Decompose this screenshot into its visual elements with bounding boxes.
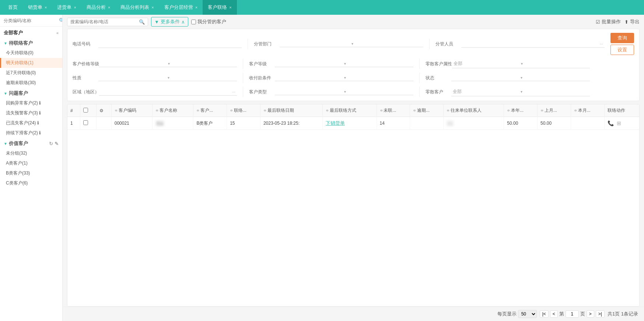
table-header-row: # ⚙ 客户编码 客户名称 客户... 联络... 最后联络日期 最后联络方式 …	[67, 104, 639, 117]
cell-overdue	[410, 117, 444, 130]
nav-sales-close-icon[interactable]: ×	[45, 5, 47, 10]
filter-payment: 收付款条件 ▾	[249, 75, 413, 81]
customer-table: # ⚙ 客户编码 客户名称 客户... 联络... 最后联络日期 最后联络方式 …	[67, 104, 639, 130]
sidebar-item-class-c[interactable]: C类客户(6)	[0, 178, 62, 188]
nav-purchase[interactable]: 进货单 ×	[52, 0, 81, 15]
sidebar-item-declining[interactable]: 持续下滑客户(2) ℹ	[0, 128, 62, 138]
row-checkbox[interactable]	[83, 120, 88, 125]
filter-actions: 查询 设置	[610, 33, 634, 55]
col-contacts-header[interactable]: 往来单位联系人	[444, 104, 504, 117]
contact-method-link[interactable]: 下销货单	[326, 120, 345, 126]
content-area: 🔍 ▼ 更多条件 ∧ 我分管的客户 ☑ 批量操作 ⬆ 导出	[63, 15, 644, 321]
page-size-select[interactable]: 50 100 200	[518, 310, 537, 318]
cell-last-contact-method[interactable]: 下销货单	[322, 117, 377, 130]
nav-analysis-list[interactable]: 商品分析列表 ×	[115, 0, 159, 15]
filter-customer-level-select[interactable]: ▾	[275, 61, 413, 67]
select-all-checkbox[interactable]	[83, 108, 88, 113]
batch-ops-btn[interactable]: ☑ 批量操作	[596, 18, 621, 25]
prev-page-btn[interactable]: <	[550, 310, 558, 318]
sidebar-item-churn-warning[interactable]: 流失预警客户(3) ℹ	[0, 108, 62, 118]
col-contact-header[interactable]: 联络...	[227, 104, 260, 117]
filter-customer-type-select[interactable]: ▾	[275, 89, 413, 95]
nav-analysis-close-icon[interactable]: ×	[108, 5, 110, 10]
col-last-contact-date-header[interactable]: 最后联络日期	[260, 104, 322, 117]
next-page-btn[interactable]: >	[587, 310, 594, 318]
cell-name: Ea	[153, 117, 193, 130]
search-box: 🔍	[67, 18, 148, 26]
sidebar-search-icon[interactable]: 🔍	[59, 18, 63, 23]
export-btn[interactable]: ⬆ 导出	[624, 18, 640, 25]
nav-customer-tier-close-icon[interactable]: ×	[195, 5, 197, 10]
checkbox-icon: ☑	[596, 19, 600, 25]
filter-region-input[interactable]: ···	[99, 89, 237, 96]
col-no-contact-header[interactable]: 未联...	[377, 104, 410, 117]
refresh-icon[interactable]: ↻	[49, 141, 53, 146]
filter-payment-arrow-icon: ▾	[344, 76, 412, 80]
first-page-btn[interactable]: |<	[540, 310, 549, 318]
cell-this-month	[571, 117, 604, 130]
filter-customer-type: 客户类型 ▾	[249, 89, 413, 95]
edit-icon[interactable]: ✎	[55, 141, 59, 146]
total-records: 共1页 1条记录	[608, 311, 638, 317]
my-customers-checkbox-label[interactable]: 我分管的客户	[191, 18, 226, 25]
filter-customer-type-arrow-icon: ▾	[344, 90, 412, 94]
filter-phone-input[interactable]	[98, 40, 242, 48]
col-name-header[interactable]: 客户名称	[153, 104, 193, 117]
contacts-blurred: ···	[447, 121, 454, 126]
page-number-input[interactable]	[566, 310, 579, 318]
col-gear-header[interactable]: ⚙	[96, 104, 111, 117]
filter-person-input[interactable]: ···	[461, 41, 605, 48]
cell-checkbox[interactable]	[80, 117, 96, 130]
filter-panel: 电话号码 分管部门 ▾ 分管人员 ···	[67, 29, 640, 101]
col-last-month-header[interactable]: 上月...	[538, 104, 571, 117]
sidebar-item-churned[interactable]: 已流失客户(24) ℹ	[0, 118, 62, 128]
filter-region-ellipsis-icon: ···	[232, 90, 235, 94]
search-input[interactable]	[70, 19, 139, 24]
last-page-btn[interactable]: >|	[596, 310, 605, 318]
filter-region: 区域（地区） ···	[73, 89, 237, 96]
nav-sales[interactable]: 销货单 ×	[23, 0, 52, 15]
col-overdue-header[interactable]: 逾期...	[410, 104, 444, 117]
nav-customer-contact[interactable]: 客户联络 ×	[203, 0, 237, 15]
sidebar-item-abnormal[interactable]: 回购异常客户(2) ℹ	[0, 98, 62, 108]
col-last-contact-method-header[interactable]: 最后联络方式	[322, 104, 377, 117]
phone-action-icon[interactable]: 📞	[608, 120, 614, 126]
more-filters-btn[interactable]: ▼ 更多条件 ∧	[151, 17, 188, 27]
sidebar-item-ungrouped[interactable]: 未分组(32)	[0, 148, 62, 158]
sidebar-item-7days[interactable]: 近7天待联络(0)	[0, 68, 62, 78]
set-button[interactable]: 设置	[610, 45, 634, 55]
sidebar-item-overdue[interactable]: 逾期未联络(30)	[0, 78, 62, 88]
my-customers-checkbox[interactable]	[191, 20, 196, 24]
sidebar-item-today[interactable]: 今天待联络(0)	[0, 48, 62, 58]
sidebar-item-tomorrow[interactable]: 明天待联络(1)	[0, 58, 62, 68]
nav-customer-tier[interactable]: 客户分层经营 ×	[159, 0, 203, 15]
filter-chevron-icon: ∧	[181, 19, 185, 25]
filter-dept-select[interactable]: ▾	[280, 41, 423, 47]
filter-retail-select[interactable]: 全部 ▾	[451, 87, 590, 96]
collapse-icon[interactable]: «	[56, 31, 59, 35]
filter-price-level-select[interactable]: ▾	[99, 61, 237, 67]
col-this-month-header[interactable]: 本月...	[571, 104, 604, 117]
nav-purchase-close-icon[interactable]: ×	[74, 5, 76, 10]
filter-retail-attr-select[interactable]: 全部 ▾	[452, 59, 590, 68]
filter-row-1: 电话号码 分管部门 ▾ 分管人员 ···	[73, 33, 634, 55]
col-type-header[interactable]: 客户...	[193, 104, 227, 117]
query-button[interactable]: 查询	[610, 33, 634, 43]
filter-price-level: 客户价格等级 ▾	[73, 61, 237, 67]
col-this-year-header[interactable]: 本年...	[504, 104, 538, 117]
sidebar-item-class-a[interactable]: A类客户(1)	[0, 158, 62, 168]
grid-action-icon[interactable]: ⊞	[617, 120, 621, 126]
filter-nature-select[interactable]: ▾	[98, 75, 237, 81]
toolbar-search-icon[interactable]: 🔍	[139, 19, 145, 25]
sidebar-item-class-b[interactable]: B类客户(33)	[0, 168, 62, 178]
nav-analysis-list-close-icon[interactable]: ×	[151, 5, 154, 10]
col-code-header[interactable]: 客户编码	[111, 104, 152, 117]
filter-status-select[interactable]: ▾	[451, 75, 590, 81]
sidebar-search-input[interactable]	[4, 18, 59, 23]
col-checkbox-header[interactable]	[80, 104, 96, 117]
nav-customer-contact-close-icon[interactable]: ×	[229, 5, 231, 10]
filter-payment-select[interactable]: ▾	[275, 75, 413, 81]
sidebar: 🔍 全部客户 « ▼ 待联络客户 今天待联络(0) 明天待联络(1) 近7天待联…	[0, 15, 63, 321]
nav-home[interactable]: 首页	[3, 0, 23, 15]
nav-analysis[interactable]: 商品分析 ×	[81, 0, 115, 15]
